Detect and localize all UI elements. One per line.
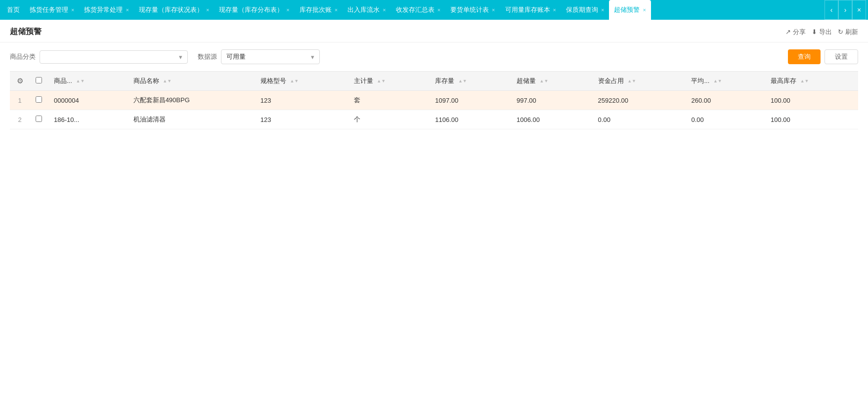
th-overstock-sort[interactable]: ▲▼ (540, 79, 549, 83)
row-name: 机油滤清器 (128, 110, 255, 129)
th-code-sort[interactable]: ▲▼ (76, 79, 85, 83)
tab-stock-status-label: 现存量（库存状况表） (139, 5, 203, 14)
tab-home[interactable]: 首页 (2, 0, 25, 20)
th-gear[interactable]: ⚙ (10, 72, 30, 91)
tab-order-stat[interactable]: 要货单统计表 × (445, 0, 500, 20)
th-unit-label: 主计量 (354, 77, 373, 84)
row-checkbox-cell[interactable] (30, 110, 48, 129)
th-checkbox[interactable] (30, 72, 48, 91)
tab-available-label: 可用量库存账本 (505, 5, 550, 14)
th-name-sort[interactable]: ▲▼ (163, 79, 172, 83)
tab-overstock-label: 超储预警 (614, 5, 640, 14)
tab-summary[interactable]: 收发存汇总表 × (391, 0, 445, 20)
th-capital-label: 资金占用 (598, 77, 624, 84)
tab-batch-label: 库存批次账 (300, 5, 332, 14)
th-code-label: 商品... (54, 77, 72, 84)
th-avg-label: 平均... (691, 77, 709, 84)
th-spec-sort[interactable]: ▲▼ (290, 79, 299, 83)
page-header: 超储预警 ↗ 分享 ⬇ 导出 ↻ 刷新 (0, 20, 868, 42)
tab-pick-exception-label: 拣货异常处理 (84, 5, 123, 14)
tab-inout-close[interactable]: × (383, 7, 386, 13)
tab-stock-status[interactable]: 现存量（库存状况表） × (134, 0, 214, 20)
th-stock[interactable]: 库存量 ▲▼ (429, 72, 511, 91)
table-header-row: ⚙ 商品... ▲▼ 商品名称 ▲▼ 规格型号 ▲▼ (10, 72, 858, 91)
th-stock-sort[interactable]: ▲▼ (458, 79, 467, 83)
select-all-checkbox[interactable] (36, 77, 42, 83)
category-label: 商品分类 (10, 52, 36, 61)
category-filter-group: 商品分类 ▾ (10, 50, 188, 64)
th-avg-sort[interactable]: ▲▼ (713, 79, 722, 83)
tab-pick-task-close[interactable]: × (71, 7, 74, 13)
th-unit-sort[interactable]: ▲▼ (377, 79, 386, 83)
tab-batch-close[interactable]: × (335, 7, 338, 13)
tab-expiry[interactable]: 保质期查询 × (561, 0, 609, 20)
settings-button[interactable]: 设置 (825, 49, 858, 64)
tab-expiry-label: 保质期查询 (566, 5, 598, 14)
gear-icon[interactable]: ⚙ (17, 77, 23, 85)
th-code[interactable]: 商品... ▲▼ (48, 72, 128, 91)
row-overstock: 1006.00 (511, 110, 592, 129)
share-button[interactable]: ↗ 分享 (785, 28, 806, 37)
tab-pick-task[interactable]: 拣货任务管理 × (25, 0, 79, 20)
tab-overstock-close[interactable]: × (643, 7, 646, 13)
tab-available[interactable]: 可用量库存账本 × (500, 0, 561, 20)
row-code: 186-10... (48, 110, 128, 129)
row-avg: 0.00 (685, 110, 765, 129)
row-checkbox-cell[interactable] (30, 91, 48, 110)
tab-home-label: 首页 (7, 5, 20, 14)
th-maxstock-label: 最高库存 (771, 77, 796, 84)
tab-order-stat-label: 要货单统计表 (450, 5, 489, 14)
th-stock-label: 库存量 (435, 77, 454, 84)
row-code: 0000004 (48, 91, 128, 110)
tab-expiry-close[interactable]: × (601, 7, 604, 13)
tab-batch[interactable]: 库存批次账 × (295, 0, 343, 20)
tab-pick-exception-close[interactable]: × (126, 7, 129, 13)
th-maxstock[interactable]: 最高库存 ▲▼ (765, 72, 858, 91)
th-capital[interactable]: 资金占用 ▲▼ (592, 72, 686, 91)
tab-overstock[interactable]: 超储预警 × (609, 0, 651, 20)
tab-inout[interactable]: 出入库流水 × (343, 0, 391, 20)
datasource-select[interactable]: 可用量 ▾ (221, 49, 320, 64)
refresh-button[interactable]: ↻ 刷新 (838, 28, 858, 37)
tab-available-close[interactable]: × (553, 7, 556, 13)
nav-prev-button[interactable]: ‹ (825, 0, 838, 20)
category-select[interactable]: ▾ (40, 50, 188, 64)
row-stock: 1097.00 (429, 91, 511, 110)
top-navigation: 首页 拣货任务管理 × 拣货异常处理 × 现存量（库存状况表） × 现存量（库存… (0, 0, 868, 20)
row-stock: 1106.00 (429, 110, 511, 129)
row-checkbox[interactable] (36, 116, 42, 122)
th-unit[interactable]: 主计量 ▲▼ (348, 72, 430, 91)
row-checkbox[interactable] (36, 96, 42, 103)
th-spec[interactable]: 规格型号 ▲▼ (255, 72, 348, 91)
th-avg[interactable]: 平均... ▲▼ (685, 72, 765, 91)
table-row: 1 0000004 六配套新昌490BPG 123 套 1097.00 997.… (10, 91, 858, 110)
nav-close-button[interactable]: × (852, 0, 866, 20)
row-unit: 个 (348, 110, 430, 129)
tab-pick-task-label: 拣货任务管理 (30, 5, 68, 14)
refresh-label: 刷新 (845, 28, 858, 37)
refresh-icon: ↻ (838, 28, 843, 36)
table-body: 1 0000004 六配套新昌490BPG 123 套 1097.00 997.… (10, 91, 858, 129)
query-button[interactable]: 查询 (788, 49, 821, 64)
th-capital-sort[interactable]: ▲▼ (627, 79, 636, 83)
tab-summary-close[interactable]: × (437, 7, 440, 13)
export-button[interactable]: ⬇ 导出 (812, 28, 832, 37)
row-spec: 123 (255, 110, 348, 129)
tab-pick-exception[interactable]: 拣货异常处理 × (79, 0, 133, 20)
share-icon: ↗ (785, 28, 791, 36)
tab-stock-dist[interactable]: 现存量（库存分布表） × (214, 0, 294, 20)
nav-next-button[interactable]: › (838, 0, 852, 20)
datasource-value: 可用量 (226, 52, 246, 61)
row-maxstock: 100.00 (765, 110, 858, 129)
row-maxstock: 100.00 (765, 91, 858, 110)
th-name[interactable]: 商品名称 ▲▼ (128, 72, 255, 91)
tab-stock-status-close[interactable]: × (206, 7, 209, 13)
export-label: 导出 (819, 28, 832, 37)
th-overstock[interactable]: 超储量 ▲▼ (511, 72, 592, 91)
tab-stock-dist-close[interactable]: × (286, 7, 289, 13)
row-capital: 0.00 (592, 110, 686, 129)
datasource-filter-group: 数据源 可用量 ▾ (198, 49, 320, 64)
th-maxstock-sort[interactable]: ▲▼ (800, 79, 809, 83)
tab-order-stat-close[interactable]: × (492, 7, 495, 13)
nav-arrows: ‹ › × (825, 0, 866, 20)
